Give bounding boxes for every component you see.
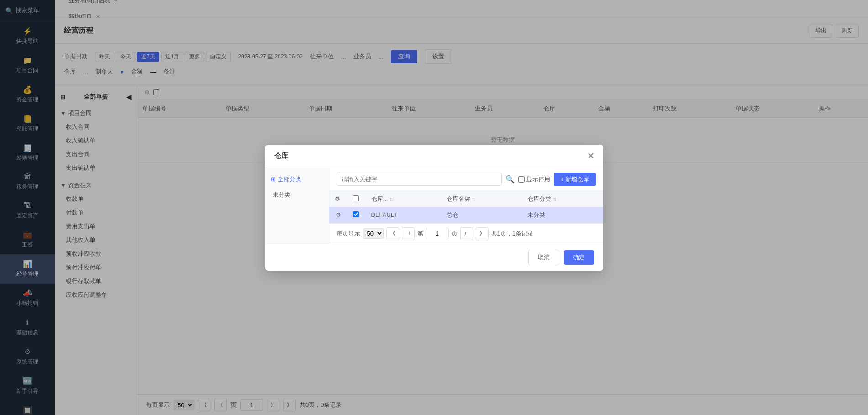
modal-first-btn[interactable]: 《 <box>386 227 399 240</box>
row-checkbox[interactable] <box>347 207 366 223</box>
modal-category-0[interactable]: 未分类 <box>265 187 329 203</box>
row-category: 未分类 <box>522 207 603 223</box>
modal-page-label: 第 <box>417 230 423 238</box>
cancel-button[interactable]: 取消 <box>528 250 559 265</box>
modal-search-input[interactable] <box>337 173 502 186</box>
warehouse-table-body: ⚙ DEFAULT 总仓 未分类 <box>329 207 603 223</box>
row-name: 总仓 <box>441 207 522 223</box>
show-disabled-label: 显示停用 <box>526 175 550 184</box>
confirm-button[interactable]: 确定 <box>564 250 594 265</box>
modal-page-suffix: 页 <box>452 230 458 238</box>
col-settings: ⚙ <box>329 191 347 207</box>
modal-close-button[interactable]: ✕ <box>587 151 594 161</box>
col-name: 仓库名称 ⇅ <box>441 191 522 207</box>
modal-prev-btn[interactable]: 〈 <box>402 227 415 240</box>
warehouse-table: ⚙ 仓库... ⇅ 仓库名称 ⇅ <box>329 191 603 223</box>
warehouse-modal: 仓库 ✕ ⊞ 全部分类 未分类 🔍 显示停用 <box>265 145 603 271</box>
modal-next-btn[interactable]: 〉 <box>460 227 473 240</box>
modal-footer: 取消 确定 <box>265 244 603 271</box>
modal-category-list: 未分类 <box>265 187 329 203</box>
modal-body: ⊞ 全部分类 未分类 🔍 显示停用 + 新增仓库 <box>265 168 603 244</box>
warehouse-row-0[interactable]: ⚙ DEFAULT 总仓 未分类 <box>329 207 603 223</box>
modal-page-input[interactable] <box>426 228 449 239</box>
all-categories-label: 全部分类 <box>278 175 301 184</box>
show-disabled-wrapper: 显示停用 <box>518 175 550 184</box>
modal-pagination: 每页显示 50 《 〈 第 页 〉 》 共1页，1条记录 <box>329 223 603 244</box>
modal-table-panel: 🔍 显示停用 + 新增仓库 ⚙ <box>329 168 603 244</box>
modal-page-size-select[interactable]: 50 <box>363 228 384 239</box>
sort-name-icon[interactable]: ⇅ <box>472 197 475 202</box>
sort-category-icon[interactable]: ⇅ <box>553 197 557 202</box>
modal-header: 仓库 ✕ <box>265 145 603 168</box>
modal-total-info: 共1页，1条记录 <box>491 230 533 238</box>
col-checkbox <box>347 191 366 207</box>
col-code: 仓库... ⇅ <box>366 191 441 207</box>
warehouse-table-header: ⚙ 仓库... ⇅ 仓库名称 ⇅ <box>329 191 603 207</box>
modal-last-btn[interactable]: 》 <box>476 227 489 240</box>
modal-toolbar: 🔍 显示停用 + 新增仓库 <box>329 168 603 191</box>
modal-title: 仓库 <box>274 152 288 160</box>
modal-table-wrap: ⚙ 仓库... ⇅ 仓库名称 ⇅ <box>329 191 603 223</box>
row-settings[interactable]: ⚙ <box>329 207 347 223</box>
row-check-0[interactable] <box>353 211 359 217</box>
add-warehouse-button[interactable]: + 新增仓库 <box>554 173 595 186</box>
sort-code-icon[interactable]: ⇅ <box>389 197 393 202</box>
modal-page-size-label: 每页显示 <box>337 230 360 238</box>
row-code: DEFAULT <box>366 207 441 223</box>
category-grid-icon: ⊞ <box>271 176 276 183</box>
col-category: 仓库分类 ⇅ <box>522 191 603 207</box>
modal-overlay: 仓库 ✕ ⊞ 全部分类 未分类 🔍 显示停用 <box>0 0 868 415</box>
modal-all-categories[interactable]: ⊞ 全部分类 <box>265 172 329 187</box>
modal-search-button[interactable]: 🔍 <box>505 175 515 184</box>
modal-categories-panel: ⊞ 全部分类 未分类 <box>265 168 329 244</box>
table-all-checkbox[interactable] <box>353 195 359 201</box>
show-disabled-checkbox[interactable] <box>518 176 525 183</box>
